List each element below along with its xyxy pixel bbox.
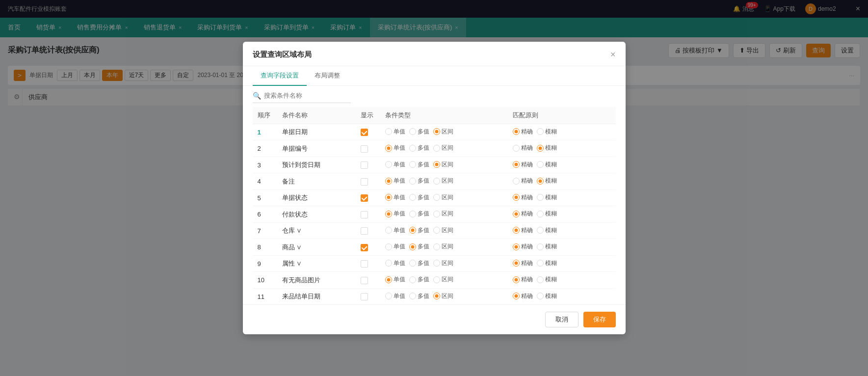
type-radio-区间[interactable]: 区间 — [433, 292, 453, 300]
radio-btn — [433, 260, 440, 267]
show-checkbox[interactable] — [361, 129, 368, 136]
type-radio-区间[interactable]: 区间 — [433, 177, 453, 185]
type-radio-多值[interactable]: 多值 — [409, 144, 429, 152]
type-radio-区间[interactable]: 区间 — [433, 242, 453, 251]
cell-name: 来品结单日期 — [277, 288, 356, 304]
type-radio-多值[interactable]: 多值 — [409, 161, 429, 169]
cell-show[interactable] — [356, 173, 380, 190]
cell-show[interactable] — [356, 124, 380, 140]
type-radio-多值[interactable]: 多值 — [409, 242, 429, 251]
type-radio-区间[interactable]: 区间 — [433, 259, 453, 268]
type-radio-区间[interactable]: 区间 — [433, 275, 453, 284]
match-radio-精确[interactable]: 精确 — [513, 128, 533, 136]
match-radio-模糊[interactable]: 模糊 — [537, 275, 557, 284]
tab-layout-adjust[interactable]: 布局调整 — [307, 66, 348, 86]
type-radio-区间[interactable]: 区间 — [433, 128, 453, 136]
type-radio-区间[interactable]: 区间 — [433, 161, 453, 169]
tab-query-fields[interactable]: 查询字段设置 — [253, 66, 307, 86]
type-radio-多值[interactable]: 多值 — [409, 226, 429, 235]
type-radio-多值[interactable]: 多值 — [409, 259, 429, 268]
show-checkbox[interactable] — [361, 211, 368, 218]
type-radio-单值[interactable]: 单值 — [385, 210, 405, 218]
match-radio-精确[interactable]: 精确 — [513, 259, 533, 268]
match-radio-精确[interactable]: 精确 — [513, 226, 533, 235]
match-radio-精确[interactable]: 精确 — [513, 177, 533, 185]
match-radio-模糊[interactable]: 模糊 — [537, 259, 557, 268]
radio-btn — [409, 145, 416, 152]
show-checkbox[interactable] — [361, 277, 368, 284]
type-radio-多值[interactable]: 多值 — [409, 210, 429, 218]
cell-show[interactable] — [356, 288, 380, 304]
type-radio-区间[interactable]: 区间 — [433, 226, 453, 235]
match-radio-模糊[interactable]: 模糊 — [537, 210, 557, 218]
show-checkbox[interactable] — [361, 145, 368, 153]
radio-btn — [385, 276, 392, 283]
cell-show[interactable] — [356, 189, 380, 206]
radio-label: 区间 — [442, 259, 453, 268]
match-radio-模糊[interactable]: 模糊 — [537, 177, 557, 185]
type-radio-区间[interactable]: 区间 — [433, 144, 453, 152]
cell-show[interactable] — [356, 272, 380, 289]
cell-show[interactable] — [356, 222, 380, 239]
show-checkbox[interactable] — [361, 194, 368, 202]
match-radio-模糊[interactable]: 模糊 — [537, 193, 557, 202]
match-radio-模糊[interactable]: 模糊 — [537, 161, 557, 169]
match-radio-精确[interactable]: 精确 — [513, 193, 533, 202]
match-radio-模糊[interactable]: 模糊 — [537, 292, 557, 300]
modal-overlay: 设置查询区域布局 × 查询字段设置 布局调整 🔍 — [0, 0, 868, 376]
save-button[interactable]: 保存 — [583, 312, 616, 327]
type-radio-单值[interactable]: 单值 — [385, 242, 405, 251]
show-checkbox[interactable] — [361, 227, 368, 235]
radio-btn — [385, 211, 392, 217]
match-radio-精确[interactable]: 精确 — [513, 161, 533, 169]
match-radio-精确[interactable]: 精确 — [513, 275, 533, 284]
type-radio-单值[interactable]: 单值 — [385, 292, 405, 300]
show-checkbox[interactable] — [361, 293, 368, 300]
type-radio-单值[interactable]: 单值 — [385, 144, 405, 152]
radio-btn — [433, 178, 440, 185]
search-input[interactable] — [264, 92, 342, 99]
cell-show[interactable] — [356, 140, 380, 157]
conditions-table: 顺序 条件名称 显示 条件类型 匹配原则 1单据日期单值多值区间精确模糊2单据编… — [253, 107, 616, 305]
type-radio-单值[interactable]: 单值 — [385, 177, 405, 185]
radio-label: 区间 — [442, 193, 453, 202]
type-radio-单值[interactable]: 单值 — [385, 226, 405, 235]
type-radio-单值[interactable]: 单值 — [385, 193, 405, 202]
type-radio-单值[interactable]: 单值 — [385, 259, 405, 268]
type-radio-区间[interactable]: 区间 — [433, 210, 453, 218]
show-checkbox[interactable] — [361, 260, 368, 268]
type-radio-多值[interactable]: 多值 — [409, 275, 429, 284]
show-checkbox[interactable] — [361, 244, 368, 251]
match-radio-模糊[interactable]: 模糊 — [537, 128, 557, 136]
radio-label: 精确 — [521, 161, 533, 169]
type-radio-区间[interactable]: 区间 — [433, 193, 453, 202]
type-radio-单值[interactable]: 单值 — [385, 275, 405, 284]
show-checkbox[interactable] — [361, 178, 368, 186]
match-radio-模糊[interactable]: 模糊 — [537, 226, 557, 235]
match-radio-模糊[interactable]: 模糊 — [537, 144, 557, 152]
radio-label: 区间 — [442, 161, 453, 169]
modal-footer: 取消 保存 — [243, 304, 626, 334]
radio-label: 单值 — [394, 193, 405, 202]
radio-btn — [385, 227, 392, 234]
match-radio-精确[interactable]: 精确 — [513, 144, 533, 152]
cell-show[interactable] — [356, 255, 380, 272]
type-radio-多值[interactable]: 多值 — [409, 177, 429, 185]
match-radio-精确[interactable]: 精确 — [513, 210, 533, 218]
type-radio-多值[interactable]: 多值 — [409, 128, 429, 136]
cell-show[interactable] — [356, 206, 380, 223]
cell-order: 4 — [253, 173, 277, 190]
match-radio-精确[interactable]: 精确 — [513, 242, 533, 251]
type-radio-多值[interactable]: 多值 — [409, 193, 429, 202]
table-row: 5单据状态单值多值区间精确模糊 — [253, 189, 616, 206]
type-radio-单值[interactable]: 单值 — [385, 161, 405, 169]
type-radio-多值[interactable]: 多值 — [409, 292, 429, 300]
cell-show[interactable] — [356, 157, 380, 173]
cell-show[interactable] — [356, 239, 380, 256]
modal-close-button[interactable]: × — [610, 50, 616, 60]
match-radio-模糊[interactable]: 模糊 — [537, 242, 557, 251]
type-radio-单值[interactable]: 单值 — [385, 128, 405, 136]
show-checkbox[interactable] — [361, 161, 368, 169]
match-radio-精确[interactable]: 精确 — [513, 292, 533, 300]
cancel-button[interactable]: 取消 — [545, 312, 579, 327]
